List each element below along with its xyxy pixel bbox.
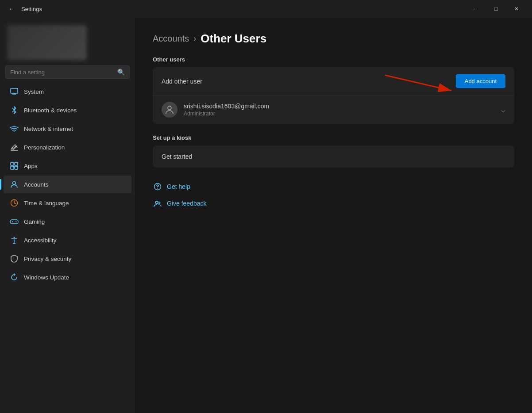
time-icon xyxy=(10,199,19,207)
network-icon xyxy=(10,124,19,133)
get-help-label: Get help xyxy=(167,183,190,190)
window-controls: ─ □ ✕ xyxy=(466,0,527,18)
personalization-icon xyxy=(10,143,19,152)
get-started-label: Get started xyxy=(162,153,192,160)
bluetooth-icon xyxy=(10,106,19,115)
search-icon: 🔍 xyxy=(117,69,125,76)
avatar xyxy=(7,25,87,60)
nav-item-accounts[interactable]: Accounts xyxy=(4,176,131,193)
accounts-label: Accounts xyxy=(24,181,49,188)
update-label: Windows Update xyxy=(24,274,69,281)
system-label: System xyxy=(24,88,44,95)
svg-point-19 xyxy=(168,106,171,110)
kiosk-section: Set up a kiosk Get started xyxy=(153,134,514,168)
get-started-row[interactable]: Get started xyxy=(153,145,514,168)
add-account-button[interactable]: Add account xyxy=(456,74,505,88)
gaming-label: Gaming xyxy=(24,218,45,225)
breadcrumb-parent[interactable]: Accounts xyxy=(153,34,189,44)
accessibility-icon xyxy=(10,236,19,245)
add-user-label: Add other user xyxy=(162,78,202,85)
apps-icon xyxy=(10,161,19,170)
svg-point-9 xyxy=(13,182,16,185)
svg-rect-6 xyxy=(15,162,18,165)
give-feedback-icon xyxy=(153,199,162,208)
user-avatar-area xyxy=(0,18,135,65)
nav-item-personalization[interactable]: Personalization xyxy=(4,138,131,156)
svg-rect-8 xyxy=(15,166,18,169)
time-label: Time & language xyxy=(24,200,69,206)
update-icon xyxy=(10,273,19,282)
search-input[interactable] xyxy=(10,69,114,76)
get-help-icon xyxy=(153,182,162,191)
svg-point-16 xyxy=(15,221,16,222)
nav-item-accessibility[interactable]: Accessibility xyxy=(4,231,131,249)
back-button[interactable]: ← xyxy=(5,3,18,15)
titlebar: ← Settings ─ □ ✕ xyxy=(0,0,532,18)
user-info: srishti.sisodia1603@gmail.com Administra… xyxy=(184,103,501,117)
nav-item-bluetooth[interactable]: Bluetooth & devices xyxy=(4,101,131,119)
svg-point-3 xyxy=(14,131,15,132)
app-body: 🔍 System Bluetooth & devices xyxy=(0,18,532,413)
svg-rect-7 xyxy=(11,166,14,169)
personalization-label: Personalization xyxy=(24,144,65,151)
svg-rect-0 xyxy=(11,88,18,93)
breadcrumb-current: Other Users xyxy=(200,32,266,46)
app-title: Settings xyxy=(21,6,42,12)
apps-label: Apps xyxy=(24,163,38,169)
network-label: Network & internet xyxy=(24,126,73,132)
other-users-section-title: Other users xyxy=(153,56,514,63)
search-area: 🔍 xyxy=(0,65,135,82)
accounts-icon xyxy=(10,180,19,189)
svg-point-21 xyxy=(157,188,158,189)
user-email: srishti.sisodia1603@gmail.com xyxy=(184,103,501,110)
svg-point-17 xyxy=(16,222,17,222)
sidebar: 🔍 System Bluetooth & devices xyxy=(0,18,135,413)
maximize-button[interactable]: □ xyxy=(486,0,506,18)
kiosk-section-title: Set up a kiosk xyxy=(153,134,514,141)
nav-item-network[interactable]: Network & internet xyxy=(4,120,131,138)
add-user-row: Add other user Add account xyxy=(153,67,514,95)
privacy-label: Privacy & security xyxy=(24,256,71,262)
user-row[interactable]: srishti.sisodia1603@gmail.com Administra… xyxy=(153,95,514,124)
close-button[interactable]: ✕ xyxy=(506,0,527,18)
minimize-button[interactable]: ─ xyxy=(466,0,486,18)
kiosk-card: Get started xyxy=(153,145,514,168)
privacy-icon xyxy=(10,254,19,263)
add-user-card: Add other user Add account srishti.sisod… xyxy=(153,67,514,124)
gaming-icon xyxy=(10,217,19,226)
nav-item-gaming[interactable]: Gaming xyxy=(4,213,131,230)
system-icon xyxy=(10,87,19,96)
nav-item-time[interactable]: Time & language xyxy=(4,194,131,212)
give-feedback-link[interactable]: Give feedback xyxy=(153,197,514,210)
nav-item-system[interactable]: System xyxy=(4,83,131,100)
chevron-down-icon: ⌵ xyxy=(501,106,505,114)
nav-item-update[interactable]: Windows Update xyxy=(4,268,131,286)
main-content: Accounts › Other Users Other users Add o… xyxy=(135,18,532,413)
breadcrumb-separator: › xyxy=(193,34,196,43)
svg-rect-5 xyxy=(11,162,14,165)
svg-point-18 xyxy=(14,237,15,238)
nav-item-privacy[interactable]: Privacy & security xyxy=(4,250,131,268)
breadcrumb: Accounts › Other Users xyxy=(153,32,514,46)
nav-item-apps[interactable]: Apps xyxy=(4,157,131,175)
search-box[interactable]: 🔍 xyxy=(5,65,130,79)
accessibility-label: Accessibility xyxy=(24,237,57,244)
bluetooth-label: Bluetooth & devices xyxy=(24,107,77,114)
help-section: Get help Give feedback xyxy=(153,180,514,210)
give-feedback-label: Give feedback xyxy=(167,200,207,207)
get-help-link[interactable]: Get help xyxy=(153,180,514,193)
user-avatar-icon xyxy=(162,102,177,118)
user-role: Administrator xyxy=(184,111,501,117)
svg-rect-13 xyxy=(10,220,18,224)
svg-line-12 xyxy=(14,203,16,204)
